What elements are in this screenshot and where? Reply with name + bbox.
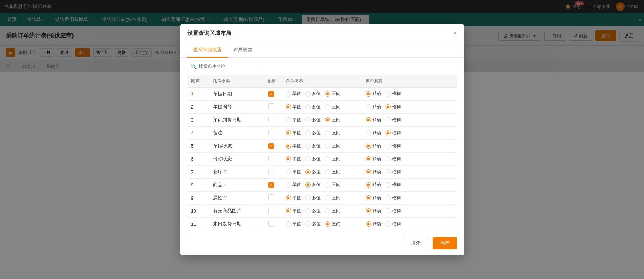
modal-title: 设置查询区域布局 [187, 30, 231, 37]
tab-field-settings[interactable]: 查询字段设置 [187, 43, 228, 58]
tab-layout-adjust[interactable]: 布局调整 [228, 43, 258, 58]
modal-header: 设置查询区域布局 × [180, 24, 464, 43]
search-icon: 🔍 [190, 63, 197, 69]
modal-overlay: 设置查询区域布局 × 查询字段设置 布局调整 🔍 顺序 [0, 0, 644, 72]
search-box: 🔍 [187, 62, 260, 71]
search-input[interactable] [199, 64, 253, 69]
modal-search-area: 🔍 [180, 58, 464, 73]
modal-close-button[interactable]: × [453, 30, 457, 36]
settings-modal: 设置查询区域布局 × 查询字段设置 布局调整 🔍 顺序 [180, 24, 464, 73]
modal-tabs: 查询字段设置 布局调整 [180, 43, 464, 58]
